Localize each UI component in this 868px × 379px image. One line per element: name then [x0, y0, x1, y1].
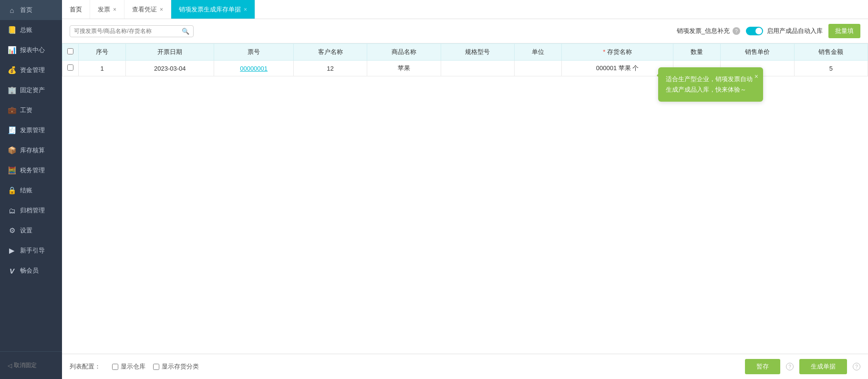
tab-home[interactable]: 首页 — [62, 0, 90, 19]
header-customer: 客户名称 — [293, 44, 367, 61]
search-input[interactable] — [74, 28, 179, 34]
info-label: 销项发票_信息补充 ? — [677, 27, 740, 35]
sidebar-item-inventory[interactable]: 📦 库存核算 — [0, 140, 62, 160]
sidebar-item-label: 税务管理 — [20, 166, 45, 175]
row-amount: 5 — [794, 61, 868, 76]
tab-view-voucher-label: 查看凭证 — [132, 5, 157, 14]
tab-sales-invoice-stock[interactable]: 销项发票生成库存单据 × — [171, 0, 255, 19]
salary-icon: 💼 — [8, 106, 16, 115]
header-seq: 序号 — [79, 44, 126, 61]
header-unit: 单位 — [514, 44, 561, 61]
generate-help-icon[interactable]: ? — [853, 363, 860, 370]
header-ticket-no: 票号 — [214, 44, 294, 61]
toggle-label: 启用产成品自动入库 — [767, 27, 823, 35]
cancel-pin-button[interactable]: ◁ 取消固定 — [0, 356, 62, 375]
sidebar-item-label: 设置 — [20, 226, 32, 235]
ledger-icon: 📒 — [8, 26, 16, 34]
tab-invoice-close[interactable]: × — [113, 6, 116, 13]
row-checkbox-cell — [62, 61, 79, 76]
reports-icon: 📊 — [8, 46, 16, 54]
tab-view-voucher[interactable]: 查看凭证 × — [124, 0, 171, 19]
sidebar-item-label: 总账 — [20, 26, 32, 34]
sidebar: ⌂ 首页 📒 总账 📊 报表中心 💰 资金管理 🏢 固定资产 💼 工资 🧾 发票… — [0, 0, 62, 379]
cancel-pin-icon: ◁ — [8, 362, 12, 369]
header-checkbox-cell — [62, 44, 79, 61]
generate-button[interactable]: 生成单据 — [799, 359, 847, 374]
sidebar-item-ledger[interactable]: 📒 总账 — [0, 20, 62, 40]
btn-actions: 暂存 ? 生成单据 ? — [745, 359, 860, 374]
row-goods-name: 苹果 — [367, 61, 441, 76]
sidebar-item-assets[interactable]: 🏢 固定资产 — [0, 80, 62, 100]
tooltip-close-button[interactable]: × — [754, 71, 758, 83]
header-qty: 数量 — [673, 44, 720, 61]
inventory-icon: 📦 — [8, 146, 16, 155]
settings-icon: ⚙ — [8, 226, 16, 235]
toggle-knob — [755, 28, 762, 34]
main-content: 首页 发票 × 查看凭证 × 销项发票生成库存单据 × 🔍 销项发票_信息补充 … — [62, 0, 868, 379]
row-ticket-no[interactable]: 00000001 — [214, 61, 294, 76]
sidebar-item-label: 固定资产 — [20, 86, 45, 95]
sidebar-item-archive[interactable]: 🗂 归档管理 — [0, 200, 62, 221]
sidebar-item-settings[interactable]: ⚙ 设置 — [0, 221, 62, 241]
home-icon: ⌂ — [8, 6, 16, 14]
show-category-label[interactable]: 显示存货分类 — [153, 362, 199, 371]
sidebar-item-label: 发票管理 — [20, 126, 45, 135]
sidebar-item-invoice-mgmt[interactable]: 🧾 发票管理 — [0, 120, 62, 140]
close-books-icon: 🔒 — [8, 186, 16, 195]
save-help-icon[interactable]: ? — [786, 363, 794, 370]
sidebar-item-label: 工资 — [20, 106, 32, 115]
list-config-label: 列表配置： — [70, 362, 101, 371]
info-label-text: 销项发票_信息补充 — [677, 27, 730, 35]
page-body: 🔍 销项发票_信息补充 ? 启用产成品自动入库 批量填 — [62, 19, 868, 379]
sidebar-item-label: 新手引导 — [20, 246, 45, 255]
row-customer: 12 — [293, 61, 367, 76]
show-category-text: 显示存货分类 — [162, 362, 199, 371]
table-wrap: 序号 开票日期 票号 客户名称 商品名称 规格型号 单位 存货名称 数量 销售单… — [62, 43, 868, 354]
toolbar: 🔍 销项发票_信息补充 ? 启用产成品自动入库 批量填 — [62, 19, 868, 43]
tab-invoice[interactable]: 发票 × — [90, 0, 124, 19]
sidebar-item-label: 库存核算 — [20, 146, 45, 155]
info-help-icon[interactable]: ? — [733, 27, 740, 35]
guide-icon: ▶ — [8, 246, 16, 255]
sidebar-item-label: 报表中心 — [20, 46, 45, 54]
select-all-checkbox[interactable] — [67, 48, 73, 54]
header-spec: 规格型号 — [441, 44, 514, 61]
sidebar-item-guide[interactable]: ▶ 新手引导 — [0, 241, 62, 261]
tab-invoice-label: 发票 — [98, 5, 110, 14]
capital-icon: 💰 — [8, 66, 16, 74]
batch-fill-button[interactable]: 批量填 — [828, 24, 860, 38]
archive-icon: 🗂 — [8, 207, 16, 215]
row-checkbox[interactable] — [67, 64, 73, 71]
row-date: 2023-03-04 — [126, 61, 214, 76]
row-unit — [514, 61, 561, 76]
sidebar-item-label: 归档管理 — [20, 206, 45, 215]
invoice-icon: 🧾 — [8, 126, 16, 135]
show-warehouse-text: 显示仓库 — [121, 362, 145, 371]
header-inventory-name: 存货名称 — [562, 44, 673, 61]
show-warehouse-checkbox[interactable] — [112, 364, 118, 370]
tab-home-label: 首页 — [70, 5, 82, 14]
cancel-pin-label: 取消固定 — [14, 361, 37, 369]
sidebar-item-tax[interactable]: 🧮 税务管理 — [0, 160, 62, 180]
vip-icon: V — [8, 267, 16, 275]
sidebar-item-label: 结账 — [20, 186, 32, 195]
search-icon: 🔍 — [182, 28, 189, 35]
bottom-bar: 列表配置： 显示仓库 显示存货分类 暂存 ? 生成单据 ? — [62, 354, 868, 379]
tab-bar: 首页 发票 × 查看凭证 × 销项发票生成库存单据 × — [62, 0, 868, 19]
sidebar-item-capital[interactable]: 💰 资金管理 — [0, 60, 62, 80]
header-goods-name: 商品名称 — [367, 44, 441, 61]
row-seq: 1 — [79, 61, 126, 76]
tab-view-voucher-close[interactable]: × — [160, 6, 163, 13]
save-button[interactable]: 暂存 — [745, 359, 780, 374]
show-category-checkbox[interactable] — [153, 364, 159, 370]
sidebar-item-vip[interactable]: V 畅会员 — [0, 261, 62, 281]
sidebar-item-home[interactable]: ⌂ 首页 — [0, 0, 62, 20]
search-box[interactable]: 🔍 — [70, 25, 194, 37]
sidebar-item-close[interactable]: 🔒 结账 — [0, 180, 62, 200]
sidebar-item-salary[interactable]: 💼 工资 — [0, 100, 62, 120]
auto-stock-toggle[interactable] — [746, 27, 763, 35]
sidebar-item-reports[interactable]: 📊 报表中心 — [0, 40, 62, 60]
show-warehouse-label[interactable]: 显示仓库 — [112, 362, 145, 371]
header-unit-price: 销售单价 — [721, 44, 794, 61]
tab-sales-invoice-stock-close[interactable]: × — [244, 6, 247, 13]
